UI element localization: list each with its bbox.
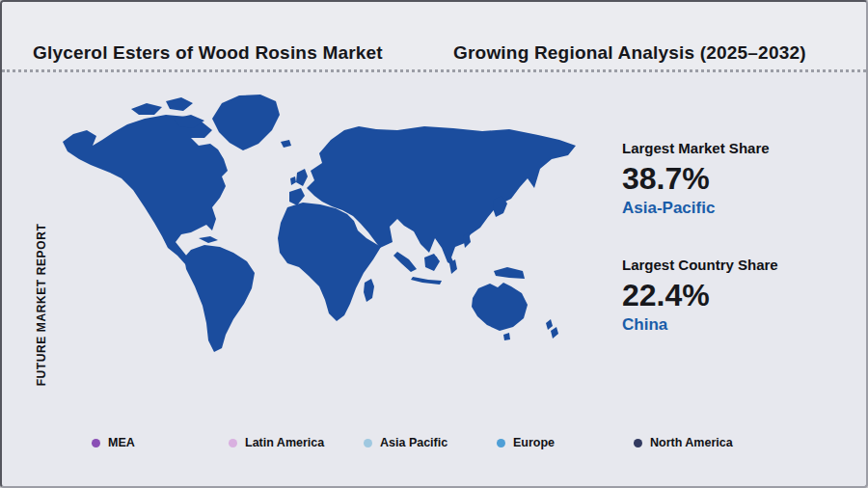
legend-dot-icon [92, 439, 100, 447]
header: Glycerol Esters of Wood Rosins Market Gr… [2, 2, 866, 72]
legend-item-latin-america: Latin America [229, 434, 324, 451]
map-iceland [281, 140, 291, 148]
legend-item-asia-pacific: Asia Pacific [364, 434, 448, 451]
legend-label: Europe [513, 436, 555, 449]
map-australia [472, 283, 528, 331]
map-caribbean [199, 236, 218, 243]
world-map-group [63, 95, 576, 352]
brand-vertical-text: FUTURE MARKET REPORT [35, 224, 48, 387]
stat-largest-country-share: Largest Country Share 22.4% China [622, 257, 863, 335]
stat-region: China [622, 315, 863, 335]
map-madagascar [364, 279, 374, 302]
world-map-svg [58, 82, 617, 420]
legend-dot-icon [634, 439, 642, 447]
stat-region: Asia-Pacific [622, 199, 863, 218]
map-british-isles [290, 169, 308, 186]
map-tasmania [503, 333, 510, 340]
map-south-america [184, 245, 255, 352]
legend-label: MEA [108, 436, 135, 449]
world-map [58, 82, 617, 420]
legend-item-north-america: North America [634, 434, 733, 451]
legend-item-europe: Europe [497, 434, 555, 451]
stat-value: 38.7% [622, 163, 863, 196]
legend-item-mea: MEA [92, 434, 135, 451]
legend-dot-icon [364, 439, 372, 447]
page-subtitle: Growing Regional Analysis (2025–2032) [453, 42, 806, 64]
legend-label: Latin America [245, 436, 324, 449]
legend-dot-icon [497, 439, 505, 447]
map-north-america [63, 115, 228, 265]
stat-value: 22.4% [622, 280, 863, 312]
stat-largest-market-share: Largest Market Share 38.7% Asia-Pacific [622, 140, 863, 218]
legend-label: Asia Pacific [380, 436, 448, 449]
map-new-guinea [494, 267, 525, 279]
legend: MEA Latin America Asia Pacific Europe No… [2, 434, 866, 455]
stat-label: Largest Market Share [622, 140, 863, 156]
legend-dot-icon [229, 439, 237, 447]
map-greenland [212, 95, 280, 150]
stat-label: Largest Country Share [622, 257, 863, 273]
map-new-zealand [546, 319, 558, 339]
infographic-frame: Glycerol Esters of Wood Rosins Market Gr… [0, 0, 868, 488]
legend-label: North America [650, 436, 733, 449]
page-title: Glycerol Esters of Wood Rosins Market [33, 42, 383, 64]
